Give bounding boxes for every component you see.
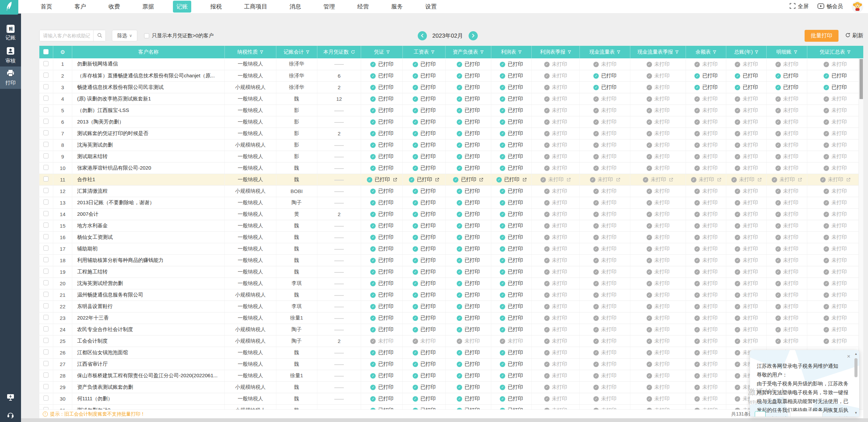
print-status-cell[interactable]: ✓未打印 — [630, 162, 686, 174]
print-status-cell[interactable]: ✓未打印 — [726, 312, 767, 324]
print-status-cell[interactable]: ✓未打印 — [579, 335, 630, 347]
column-header-4[interactable]: 凭证 — [361, 46, 403, 58]
print-status-cell[interactable]: ✓未打印 — [630, 185, 686, 197]
print-status-cell[interactable]: ✓已打印 — [361, 58, 403, 70]
print-status-cell[interactable]: ✓已打印 — [445, 81, 491, 93]
row-checkbox[interactable] — [43, 407, 48, 409]
print-status-cell[interactable]: ✓未打印 — [767, 174, 807, 185]
print-status-cell[interactable]: ✓已打印 — [403, 162, 445, 174]
column-header-2[interactable]: 记账会计 — [276, 46, 317, 58]
print-status-cell[interactable]: ✓已打印 — [361, 174, 403, 185]
row-checkbox[interactable] — [43, 361, 48, 366]
print-status-cell[interactable]: ✓未打印 — [726, 243, 767, 254]
print-status-cell[interactable]: ✓未打印 — [532, 370, 579, 381]
print-status-cell[interactable]: ✓未打印 — [532, 254, 579, 266]
nav-item-1[interactable]: 客户 — [71, 1, 90, 13]
external-link-icon[interactable] — [717, 178, 721, 182]
table-row[interactable]: 18利用辅助核算分析每种商品的赚钱能力一般纳税人魏✓已打印✓已打印✓已打印✓已打… — [39, 254, 863, 266]
print-status-cell[interactable]: ✓未打印 — [726, 266, 767, 277]
print-status-cell[interactable]: ✓已打印 — [403, 266, 445, 277]
print-status-cell[interactable]: ✓未打印 — [630, 220, 686, 231]
row-checkbox[interactable] — [43, 257, 48, 262]
column-header-14[interactable]: 凭证汇总表 — [807, 46, 863, 58]
print-status-cell[interactable]: ✓已打印 — [491, 220, 532, 231]
external-link-icon[interactable] — [846, 178, 850, 182]
print-status-cell[interactable]: ✓已打印 — [403, 58, 445, 70]
table-row[interactable]: 4(原) 误删勿改李艳芬测试账套新1一般纳税人魏12✓已打印✓已打印✓已打印✓已… — [39, 93, 863, 104]
print-status-cell[interactable]: ✓未打印 — [807, 128, 863, 139]
print-status-cell[interactable]: ✓未打印 — [767, 289, 807, 301]
print-status-cell[interactable]: ✓已打印 — [361, 254, 403, 266]
print-status-cell[interactable]: ✓未打印 — [579, 381, 630, 393]
print-status-cell[interactable]: ✓未打印 — [630, 335, 686, 347]
print-status-cell[interactable]: ✓未打印 — [726, 335, 767, 347]
print-status-cell[interactable]: ✓未打印 — [579, 151, 630, 162]
member-button[interactable]: 畅会员 — [817, 3, 843, 10]
print-status-cell[interactable]: ✓已打印 — [403, 404, 445, 409]
print-status-cell[interactable]: ✓已打印 — [491, 104, 532, 116]
print-status-cell[interactable]: ✓未打印 — [630, 128, 686, 139]
external-link-icon[interactable] — [435, 178, 439, 182]
print-status-cell[interactable]: ✓已打印 — [403, 312, 445, 324]
filter-icon[interactable] — [713, 49, 716, 55]
print-status-cell[interactable]: ✓未打印 — [767, 266, 807, 277]
next-month-button[interactable] — [469, 31, 478, 40]
print-status-cell[interactable]: ✓已打印 — [403, 289, 445, 301]
print-status-cell[interactable]: ✓未打印 — [579, 347, 630, 358]
print-status-cell[interactable]: ✓未打印 — [807, 324, 863, 335]
print-status-cell[interactable]: ✓已打印 — [491, 277, 532, 289]
print-status-cell[interactable]: ✓已打印 — [445, 58, 491, 70]
print-status-cell[interactable]: ✓已打印 — [445, 93, 491, 104]
print-status-cell[interactable]: ✓未打印 — [807, 208, 863, 220]
print-status-cell[interactable]: ✓未打印 — [579, 277, 630, 289]
print-status-cell[interactable]: ✓未打印 — [686, 301, 726, 312]
print-status-cell[interactable]: ✓已打印 — [445, 358, 491, 370]
table-row[interactable]: 11合作社1一般纳税人魏✓已打印✓已打印✓已打印✓已打印✓未打印✓未打印✓未打印… — [39, 174, 863, 185]
print-status-cell[interactable]: ✓已打印 — [361, 197, 403, 208]
print-status-cell[interactable]: ✓已打印 — [445, 231, 491, 243]
filter-button[interactable]: 筛选∨ — [112, 30, 137, 41]
print-status-cell[interactable]: ✓未打印 — [767, 335, 807, 347]
row-checkbox[interactable] — [43, 142, 48, 147]
sidebar-item-2[interactable]: 打印 — [0, 66, 21, 89]
print-status-cell[interactable]: ✓未打印 — [532, 185, 579, 197]
print-status-cell[interactable]: ✓未打印 — [807, 301, 863, 312]
print-status-cell[interactable]: ✓未打印 — [807, 104, 863, 116]
print-status-cell[interactable]: ✓未打印 — [630, 58, 686, 70]
print-status-cell[interactable]: ✓已打印 — [403, 128, 445, 139]
print-status-cell[interactable]: ✓未打印 — [445, 335, 491, 347]
vertical-scrollbar[interactable] — [859, 58, 863, 409]
table-row[interactable]: 20沈海英测试经营勿删一般纳税人李琪✓已打印✓已打印✓已打印✓已打印✓未打印✓未… — [39, 277, 863, 289]
column-header-9[interactable]: 现金流量表 — [579, 46, 630, 58]
print-status-cell[interactable]: ✓已打印 — [445, 266, 491, 277]
nav-item-9[interactable]: 经营 — [354, 1, 372, 13]
print-status-cell[interactable]: ✓已打印 — [403, 116, 445, 128]
table-row[interactable]: 10张家港厚谊针织品有限公司-2020一般纳税人魏✓已打印✓已打印✓已打印✓已打… — [39, 162, 863, 174]
nav-item-10[interactable]: 服务 — [388, 1, 406, 13]
table-row[interactable]: 132013日记账（不要删除哈，谢谢）一般纳税人陶子✓已打印✓已打印✓已打印✓已… — [39, 197, 863, 208]
popup-button-partial[interactable] — [790, 411, 823, 417]
nav-item-5[interactable]: 报税 — [207, 1, 225, 13]
print-status-cell[interactable]: ✓已打印 — [491, 197, 532, 208]
print-status-cell[interactable]: ✓未打印 — [686, 197, 726, 208]
print-status-cell[interactable]: ✓未打印 — [532, 220, 579, 231]
filter-icon[interactable] — [480, 49, 484, 55]
print-status-cell[interactable]: ✓未打印 — [726, 93, 767, 104]
print-status-cell[interactable]: ✓已打印 — [403, 358, 445, 370]
print-status-cell[interactable]: ✓已打印 — [491, 312, 532, 324]
external-link-icon[interactable] — [616, 178, 620, 182]
print-status-cell[interactable]: ✓已打印 — [445, 128, 491, 139]
print-status-cell[interactable]: ✓已打印 — [403, 324, 445, 335]
print-status-cell[interactable]: ✓未打印 — [807, 289, 863, 301]
table-row[interactable]: 30何1111（勿删）一般纳税人魏✓已打印✓已打印✓已打印✓已打印✓未打印✓未打… — [39, 393, 863, 404]
print-status-cell[interactable]: ✓已打印 — [445, 347, 491, 358]
row-checkbox[interactable] — [43, 119, 48, 124]
refresh-icon[interactable] — [351, 49, 355, 55]
print-status-cell[interactable]: ✓未打印 — [491, 335, 532, 347]
print-status-cell[interactable]: ✓未打印 — [686, 404, 726, 409]
search-button[interactable] — [93, 30, 105, 41]
print-status-cell[interactable]: ✓未打印 — [532, 312, 579, 324]
table-row[interactable]: 1勿删新锐网络通信一般纳税人徐泽华✓已打印✓已打印✓已打印✓已打印✓未打印✓未打… — [39, 58, 863, 70]
print-status-cell[interactable]: ✓未打印 — [767, 243, 807, 254]
print-status-cell[interactable]: ✓已打印 — [403, 81, 445, 93]
